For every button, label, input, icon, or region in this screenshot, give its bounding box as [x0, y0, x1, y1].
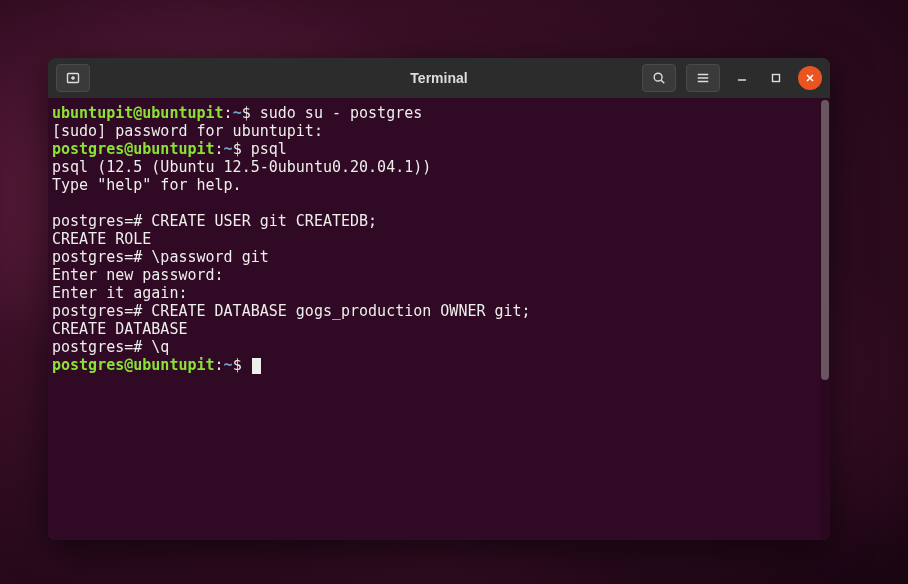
terminal-line: CREATE ROLE	[52, 230, 826, 248]
terminal-line	[52, 194, 826, 212]
search-icon	[652, 71, 666, 85]
new-tab-button[interactable]	[56, 64, 90, 92]
prompt-separator: :	[224, 104, 233, 122]
scrollbar-thumb[interactable]	[821, 100, 829, 380]
prompt-end: $	[233, 356, 251, 374]
prompt-path: ~	[233, 104, 242, 122]
terminal-line: Type "help" for help.	[52, 176, 826, 194]
new-tab-icon	[65, 70, 81, 86]
prompt-path: ~	[224, 356, 233, 374]
window-title: Terminal	[410, 70, 467, 86]
maximize-icon	[771, 73, 781, 83]
search-button[interactable]	[642, 64, 676, 92]
terminal-line: [sudo] password for ubuntupit:	[52, 122, 826, 140]
titlebar[interactable]: Terminal	[48, 58, 830, 98]
terminal-line: Enter it again:	[52, 284, 826, 302]
hamburger-icon	[696, 71, 710, 85]
terminal-line: postgres=# CREATE DATABASE gogs_producti…	[52, 302, 826, 320]
prompt-user: postgres@ubuntupit	[52, 140, 215, 158]
prompt-user: ubuntupit@ubuntupit	[52, 104, 224, 122]
prompt-path: ~	[224, 140, 233, 158]
terminal-line: postgres=# \password git	[52, 248, 826, 266]
terminal-body[interactable]: ubuntupit@ubuntupit:~$ sudo su - postgre…	[48, 98, 830, 540]
prompt-end: $	[242, 104, 260, 122]
scrollbar-track[interactable]	[820, 98, 830, 540]
terminal-line: postgres@ubuntupit:~$	[52, 356, 826, 374]
terminal-line: Enter new password:	[52, 266, 826, 284]
maximize-button[interactable]	[764, 66, 788, 90]
terminal-line: postgres=# \q	[52, 338, 826, 356]
terminal-line: postgres=# CREATE USER git CREATEDB;	[52, 212, 826, 230]
terminal-line: ubuntupit@ubuntupit:~$ sudo su - postgre…	[52, 104, 826, 122]
prompt-separator: :	[215, 356, 224, 374]
minimize-icon	[737, 73, 747, 83]
menu-button[interactable]	[686, 64, 720, 92]
command-text: psql	[251, 140, 287, 158]
minimize-button[interactable]	[730, 66, 754, 90]
terminal-line: postgres@ubuntupit:~$ psql	[52, 140, 826, 158]
terminal-window: Terminal	[48, 58, 830, 540]
terminal-line: psql (12.5 (Ubuntu 12.5-0ubuntu0.20.04.1…	[52, 158, 826, 176]
titlebar-right	[642, 64, 822, 92]
titlebar-left	[56, 64, 90, 92]
prompt-separator: :	[215, 140, 224, 158]
svg-rect-2	[773, 75, 780, 82]
terminal-line: CREATE DATABASE	[52, 320, 826, 338]
close-icon	[805, 73, 815, 83]
command-text: sudo su - postgres	[260, 104, 423, 122]
close-button[interactable]	[798, 66, 822, 90]
svg-point-1	[654, 73, 662, 81]
prompt-user: postgres@ubuntupit	[52, 356, 215, 374]
prompt-end: $	[233, 140, 251, 158]
cursor	[252, 358, 261, 374]
